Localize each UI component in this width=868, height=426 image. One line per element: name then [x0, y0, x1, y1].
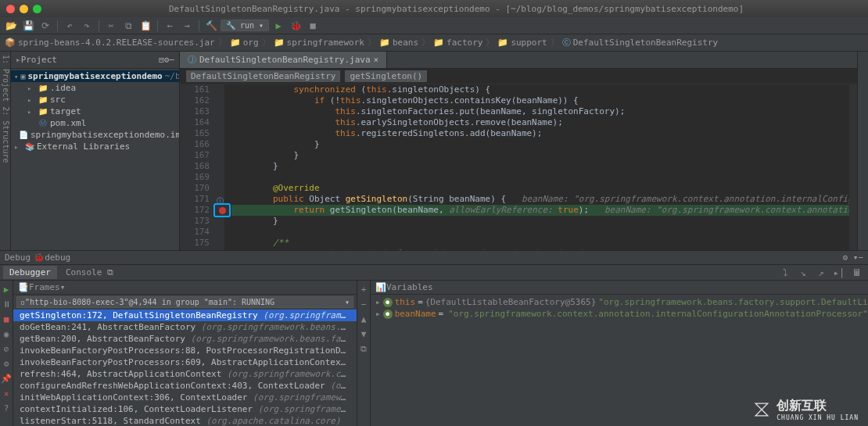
debug-tab[interactable]: Console ⧉ — [59, 266, 120, 279]
window-title: DefaultSingletonBeanRegistry.java - spri… — [51, 4, 862, 14]
frame-item[interactable]: refresh:464, AbstractApplicationContext … — [13, 368, 357, 380]
help-icon[interactable]: ? — [0, 402, 13, 414]
mute-bp-icon[interactable]: ⊘ — [0, 342, 13, 355]
forward-icon[interactable]: → — [179, 19, 195, 33]
right-tool-strip[interactable] — [857, 52, 868, 250]
tree-item[interactable]: Ⓜpom.xml — [11, 117, 179, 129]
traffic-lights[interactable] — [6, 5, 41, 13]
redo-icon[interactable]: ↷ — [79, 19, 95, 33]
pin-icon[interactable]: 📌 — [0, 372, 13, 385]
copy-icon[interactable]: ⧉ — [357, 342, 370, 355]
undo-icon[interactable]: ↶ — [62, 19, 77, 33]
thread-select[interactable]: ▫ "http-bio-8080-exec-3"@4,944 in group … — [16, 296, 353, 308]
breadcrumb-bar: 📦 spring-beans-4.0.2.RELEASE-sources.jar… — [0, 34, 868, 52]
paste-icon[interactable]: 📋 — [138, 19, 153, 33]
run-icon[interactable]: ▶ — [271, 19, 286, 33]
frame-item[interactable]: getSingleton:172, DefaultSingletonBeanRe… — [13, 310, 357, 321]
tree-item[interactable]: ▸📁target — [11, 106, 179, 117]
tree-item[interactable]: ▸📁.idea — [11, 82, 179, 94]
debug-title[interactable]: Debug 🐞 debug ⚙ ▾ − — [0, 251, 868, 265]
build-icon[interactable]: 🔨 — [203, 19, 219, 33]
maximize-icon[interactable] — [33, 5, 41, 13]
method-breadcrumb[interactable]: DefaultSingletonBeanRegistry getSingleto… — [180, 69, 857, 84]
debug-side-tools[interactable]: ▶ ⏸ ■ ◉ ⊘ ⚙ 📌 ✕ ? — [0, 281, 13, 426]
breadcrumb-item[interactable]: 📁 springframework — [274, 38, 364, 48]
back-icon[interactable]: ← — [162, 19, 178, 33]
pause-icon[interactable]: ⏸ — [0, 298, 13, 310]
frame-item[interactable]: invokeBeanFactoryPostProcessors:88, Post… — [13, 345, 357, 356]
editor-tabs[interactable]: Ⓙ DefaultSingletonBeanRegistry.java × — [180, 52, 857, 69]
frame-item[interactable]: configureAndRefreshWebApplicationContext… — [13, 380, 357, 392]
tree-item[interactable]: 📄springmybatisexceptiondemo.iml — [11, 129, 179, 141]
project-tree[interactable]: ▾▣springmybatisexceptiondemo ~/blog/blog… — [11, 69, 179, 154]
editor-area: Ⓙ DefaultSingletonBeanRegistry.java × De… — [180, 52, 857, 250]
run-to-cursor-icon[interactable]: ▸| — [831, 266, 847, 280]
frames-panel: 📑 Frames▾ ▫ "http-bio-8080-exec-3"@4,944… — [13, 281, 357, 426]
breadcrumb-item[interactable]: 📁 org — [230, 38, 259, 48]
frame-item[interactable]: doGetBean:241, AbstractBeanFactory (org.… — [13, 321, 357, 333]
save-icon[interactable]: 💾 — [20, 19, 36, 33]
editor-tab[interactable]: Ⓙ DefaultSingletonBeanRegistry.java × — [180, 52, 387, 68]
breadcrumb-item[interactable]: ⓒ DefaultSingletonBeanRegistry — [562, 37, 718, 48]
debug-tabs[interactable]: DebuggerConsole ⧉ ⤵ ↘ ↗ ▸| 🖩 — [0, 265, 868, 281]
debug-icon[interactable]: 🐞 — [288, 19, 303, 33]
minimize-icon[interactable] — [20, 5, 28, 13]
run-config-select[interactable]: 🔧 run ▾ — [221, 20, 269, 31]
step-out-icon[interactable]: ↗ — [813, 266, 829, 280]
frames-list[interactable]: getSingleton:172, DefaultSingletonBeanRe… — [13, 310, 357, 426]
refresh-icon[interactable]: ⟳ — [38, 19, 53, 33]
debug-panel: Debug 🐞 debug ⚙ ▾ − DebuggerConsole ⧉ ⤵ … — [0, 250, 868, 426]
step-into-icon[interactable]: ↘ — [795, 266, 811, 280]
close-tab-icon[interactable]: × — [374, 55, 379, 65]
add-watch-icon[interactable]: + — [357, 283, 370, 295]
breadcrumb-item[interactable]: 📁 factory — [433, 38, 482, 48]
tree-external[interactable]: ▸📚External Libraries — [11, 141, 179, 152]
hide-icon[interactable]: − — [169, 55, 174, 65]
project-panel-header[interactable]: ▸ Project ⊟ ⚙ − — [11, 52, 179, 69]
debug-tab[interactable]: Debugger — [3, 266, 57, 279]
breadcrumb-item[interactable]: 📁 support — [497, 38, 547, 48]
cut-icon[interactable]: ✂ — [103, 19, 119, 33]
line-gutter[interactable]: 1611621631641651661671681691701711721731… — [180, 84, 216, 250]
view-bp-icon[interactable]: ◉ — [0, 328, 13, 340]
gear-icon[interactable]: ⚙ — [164, 55, 170, 65]
breakpoint-marker[interactable] — [213, 203, 231, 217]
override-icon[interactable]: ⓘ — [217, 195, 224, 202]
open-icon[interactable]: 📂 — [3, 19, 19, 33]
watermark: 创新互联 CHUANG XIN HU LIAN — [751, 398, 859, 421]
gutter-icons[interactable]: ⓘ — [216, 84, 225, 250]
main-toolbar: 📂 💾 ⟳ ↶ ↷ ✂ ⧉ 📋 ← → 🔨 🔧 run ▾ ▶ 🐞 ■ — [0, 17, 868, 34]
frame-item[interactable]: initWebApplicationContext:306, ContextLo… — [13, 392, 357, 403]
close-icon[interactable]: ✕ — [0, 387, 13, 399]
tree-root[interactable]: ▾▣springmybatisexceptiondemo ~/blog/blog… — [11, 70, 179, 82]
code-editor[interactable]: 1611621631641651661671681691701711721731… — [180, 84, 857, 250]
settings-icon[interactable]: ⚙ — [0, 357, 13, 370]
up-icon[interactable]: ▲ — [357, 313, 370, 325]
breadcrumb-item[interactable]: 📁 beans — [379, 38, 418, 48]
copy-icon[interactable]: ⧉ — [120, 19, 136, 33]
frame-item[interactable]: contextInitialized:106, ContextLoaderLis… — [13, 403, 357, 415]
variable-row[interactable]: ▸ ● beanName = "org.springframework.cont… — [374, 308, 868, 320]
collapse-icon[interactable]: ⊟ — [159, 55, 164, 65]
frames-header: 📑 Frames▾ — [13, 281, 357, 295]
frame-item[interactable]: invokeBeanFactoryPostProcessors:609, Abs… — [13, 356, 357, 368]
frame-item[interactable]: listenerStart:5118, StandardContext (org… — [13, 415, 357, 426]
close-icon[interactable] — [6, 5, 15, 13]
stop-icon[interactable]: ■ — [0, 313, 13, 325]
frame-item[interactable]: getBean:200, AbstractBeanFactory (org.sp… — [13, 333, 357, 345]
minimize-icon[interactable]: − — [858, 252, 863, 263]
gear-icon[interactable]: ⚙ ▾ — [843, 252, 859, 263]
logo-icon — [751, 399, 772, 420]
project-panel: ▸ Project ⊟ ⚙ − ▾▣springmybatisexception… — [11, 52, 180, 250]
stop-icon[interactable]: ■ — [305, 19, 321, 33]
step-over-icon[interactable]: ⤵ — [777, 266, 793, 280]
tree-item[interactable]: ▸📁src — [11, 94, 179, 106]
vars-tools[interactable]: + − ▲ ▼ ⧉ — [357, 281, 371, 426]
evaluate-icon[interactable]: 🖩 — [849, 266, 865, 280]
resume-icon[interactable]: ▶ — [0, 283, 13, 295]
breadcrumb-item[interactable]: 📦 spring-beans-4.0.2.RELEASE-sources.jar — [5, 38, 215, 48]
left-tool-strip[interactable]: 1: Project 2: Structure — [0, 52, 11, 250]
remove-watch-icon[interactable]: − — [357, 298, 370, 310]
variable-row[interactable]: ▸ ● this = {DefaultListableBeanFactory@5… — [374, 296, 868, 308]
down-icon[interactable]: ▼ — [357, 328, 370, 340]
